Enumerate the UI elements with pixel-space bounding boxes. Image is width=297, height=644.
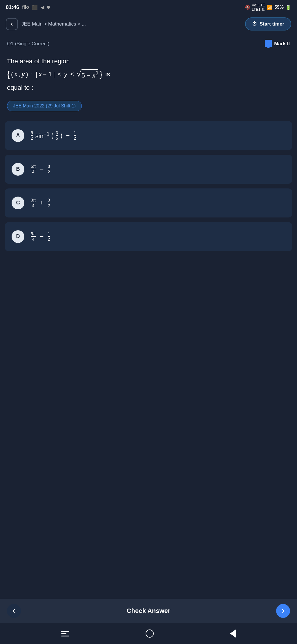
frac-3-5: 3 5 — [56, 130, 58, 141]
frac-5pi-4-d: 5π 4 — [31, 231, 36, 242]
status-time: 01:46 — [6, 4, 19, 10]
option-c[interactable]: C 3π 4 + 3 2 — [5, 188, 292, 217]
prev-button[interactable] — [7, 604, 21, 618]
back-icon — [9, 21, 15, 27]
status-right-icons: 🔇 Vo) LTELTE1 ⇅ 📶 59% 🔋 — [245, 3, 291, 12]
frac-3-2-b: 3 2 — [48, 164, 50, 175]
question-text-equal: equal to : — [7, 82, 290, 93]
menu-icon — [61, 631, 69, 636]
option-d-math: 5π 4 − 1 2 — [30, 231, 50, 242]
frac-5-2: 5 2 — [31, 130, 33, 141]
prev-icon — [11, 608, 17, 614]
status-network-text: Vo) LTELTE1 ⇅ — [252, 3, 265, 12]
frac-3-2-c: 3 2 — [48, 197, 50, 208]
bookmark-icon — [265, 40, 272, 48]
question-math-expression: { ( x , y ) : | x − 1 | ≤ y ≤ √ 5 − x2 }… — [7, 69, 290, 79]
math-open-paren: ( — [11, 71, 13, 78]
jee-tag: JEE Main 2022 (29 Jul Shift 1) — [7, 101, 82, 111]
next-icon — [280, 608, 286, 614]
sqrt-expression: √ 5 − x2 — [77, 69, 98, 79]
question-text-intro: The area of the region — [7, 56, 290, 66]
option-b[interactable]: B 5π 4 − 3 2 — [5, 155, 292, 184]
option-a[interactable]: A 5 2 sin−1 ( 3 5 ) − 1 2 — [5, 121, 292, 150]
option-c-label: C — [12, 197, 24, 209]
sys-nav-back[interactable] — [230, 629, 236, 638]
option-d-label: D — [12, 230, 24, 243]
status-app: filo — [22, 5, 29, 10]
options-container: A 5 2 sin−1 ( 3 5 ) − 1 2 B — [0, 118, 297, 427]
tag-container: JEE Main 2022 (29 Jul Shift 1) — [0, 98, 297, 118]
question-type: Q1 (Single Correct) — [7, 41, 49, 47]
sys-nav-home[interactable] — [146, 629, 154, 638]
status-signal-icon: 📶 — [267, 5, 273, 10]
option-a-math: 5 2 sin−1 ( 3 5 ) − 1 2 — [30, 130, 77, 141]
close-brace: } — [99, 70, 102, 79]
back-system-icon — [230, 629, 236, 638]
math-y: y — [21, 71, 25, 78]
nav-bar: JEE Main > Mathematics > ... ⏱ Start tim… — [0, 14, 297, 34]
system-nav-bar — [0, 623, 297, 644]
option-b-label: B — [12, 163, 24, 176]
option-b-math: 5π 4 − 3 2 — [30, 164, 50, 175]
status-dot — [47, 6, 50, 9]
frac-1-2-d: 1 2 — [48, 231, 50, 242]
status-arrow-icon: ◀ — [41, 5, 44, 10]
breadcrumb: JEE Main > Mathematics > ... — [21, 21, 86, 27]
frac-3pi-4: 3π 4 — [31, 197, 36, 208]
status-img-icon: ⬛ — [32, 5, 38, 10]
status-sound-icon: 🔇 — [245, 5, 250, 10]
open-brace: { — [7, 70, 10, 79]
next-button[interactable] — [276, 604, 290, 618]
question-content: The area of the region { ( x , y ) : | x… — [0, 51, 297, 98]
status-bar: 01:46 filo ⬛ ◀ 🔇 Vo) LTELTE1 ⇅ 📶 59% 🔋 — [0, 0, 297, 14]
frac-5pi-4: 5π 4 — [31, 164, 36, 175]
home-icon — [146, 629, 154, 638]
nav-left: JEE Main > Mathematics > ... — [6, 18, 86, 30]
mark-it-button[interactable]: Mark It — [265, 40, 290, 48]
status-battery: 59% — [274, 5, 284, 10]
timer-icon: ⏱ — [252, 21, 257, 27]
option-d[interactable]: D 5π 4 − 1 2 — [5, 222, 292, 251]
question-header: Q1 (Single Correct) Mark It — [0, 34, 297, 51]
start-timer-button[interactable]: ⏱ Start timer — [245, 17, 291, 30]
math-x: x — [14, 71, 17, 78]
math-close-paren: ) — [26, 71, 28, 78]
status-battery-icon: 🔋 — [285, 5, 291, 10]
option-a-label: A — [12, 129, 24, 142]
back-button[interactable] — [6, 18, 18, 30]
check-answer-label: Check Answer — [127, 607, 171, 615]
sys-nav-menu[interactable] — [61, 631, 69, 636]
mark-it-label: Mark It — [274, 41, 290, 47]
option-c-math: 3π 4 + 3 2 — [30, 197, 50, 208]
start-timer-label: Start timer — [260, 21, 284, 27]
status-time-app: 01:46 filo ⬛ ◀ — [6, 4, 50, 10]
bottom-nav: Check Answer — [0, 599, 297, 623]
frac-1-2-a: 1 2 — [74, 130, 76, 141]
